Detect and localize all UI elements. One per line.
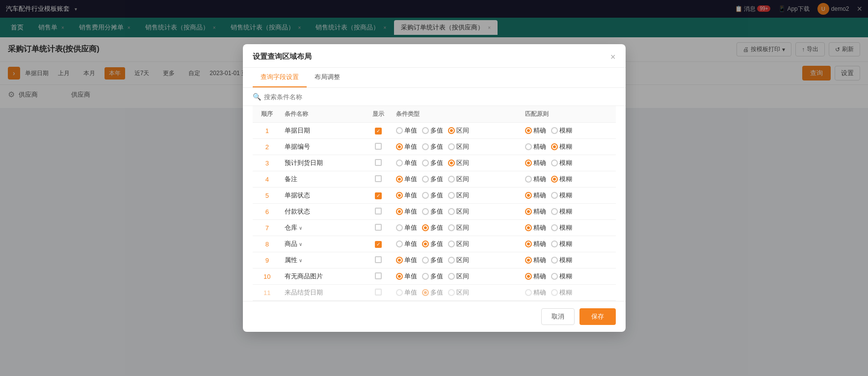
settings-modal: 设置查询区域布局 × 查询字段设置 布局调整 🔍 顺序 条件名称	[243, 44, 626, 108]
modal-tab-bar: 查询字段设置 布局调整	[243, 68, 626, 88]
modal-title: 设置查询区域布局	[253, 52, 312, 61]
th-name: 条件名称	[282, 106, 364, 108]
th-order: 顺序	[253, 106, 282, 108]
th-type: 条件类型	[393, 106, 522, 108]
modal-table: 顺序 条件名称 显示 条件类型 匹配原则 1单据日期✓单值多值区间精确模糊2单据…	[243, 106, 626, 108]
search-icon: 🔍	[253, 93, 261, 101]
tab-query-fields[interactable]: 查询字段设置	[253, 68, 307, 87]
tab-layout-adjust[interactable]: 布局调整	[307, 68, 348, 87]
modal-header: 设置查询区域布局 ×	[243, 44, 626, 68]
modal-close-btn[interactable]: ×	[610, 53, 616, 61]
th-display: 显示	[364, 106, 393, 108]
th-match: 匹配原则	[522, 106, 616, 108]
modal-search-bar: 🔍	[243, 88, 626, 106]
modal-overlay: 设置查询区域布局 × 查询字段设置 布局调整 🔍 顺序 条件名称	[0, 0, 868, 108]
search-input[interactable]	[264, 93, 362, 101]
